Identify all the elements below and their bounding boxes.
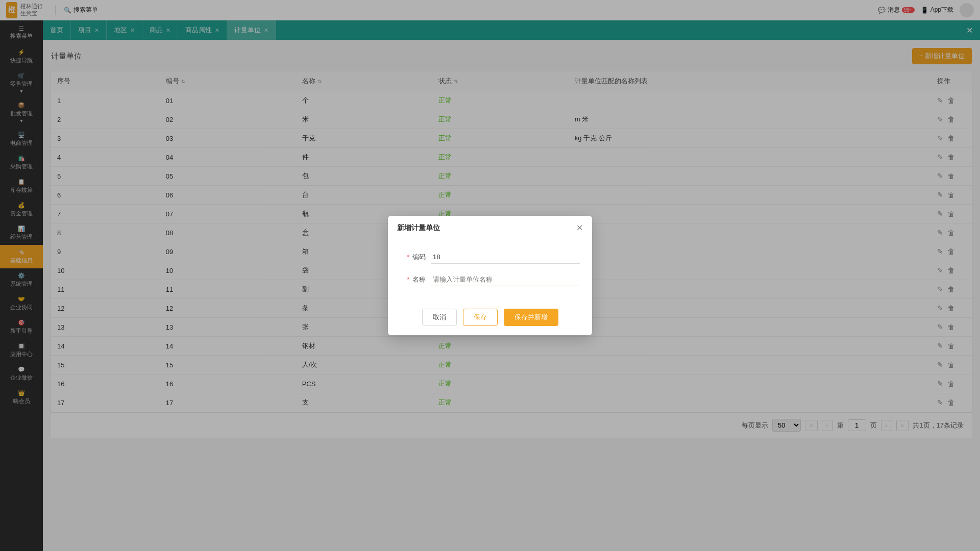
modal-footer: 取消 保存 保存并新增 <box>388 304 592 335</box>
modal-body: * 编码 * 名称 <box>388 239 592 304</box>
add-unit-modal: 新增计量单位 ✕ * 编码 * 名称 取消 保存 保存并新增 <box>388 216 592 335</box>
modal-overlay[interactable]: 新增计量单位 ✕ * 编码 * 名称 取消 保存 保存并新增 <box>0 0 980 551</box>
modal-title: 新增计量单位 <box>397 223 440 233</box>
name-input[interactable] <box>431 273 580 286</box>
save-button[interactable]: 保存 <box>463 309 498 326</box>
cancel-button[interactable]: 取消 <box>422 309 457 326</box>
code-label: * 编码 <box>400 253 426 262</box>
code-form-row: * 编码 <box>400 251 580 264</box>
name-label: * 名称 <box>400 275 426 284</box>
save-new-button[interactable]: 保存并新增 <box>504 309 558 326</box>
required-star: * <box>407 253 409 261</box>
modal-header: 新增计量单位 ✕ <box>388 216 592 239</box>
modal-close-button[interactable]: ✕ <box>576 223 583 233</box>
required-star: * <box>407 276 409 283</box>
name-form-row: * 名称 <box>400 273 580 286</box>
code-input[interactable] <box>431 251 580 264</box>
